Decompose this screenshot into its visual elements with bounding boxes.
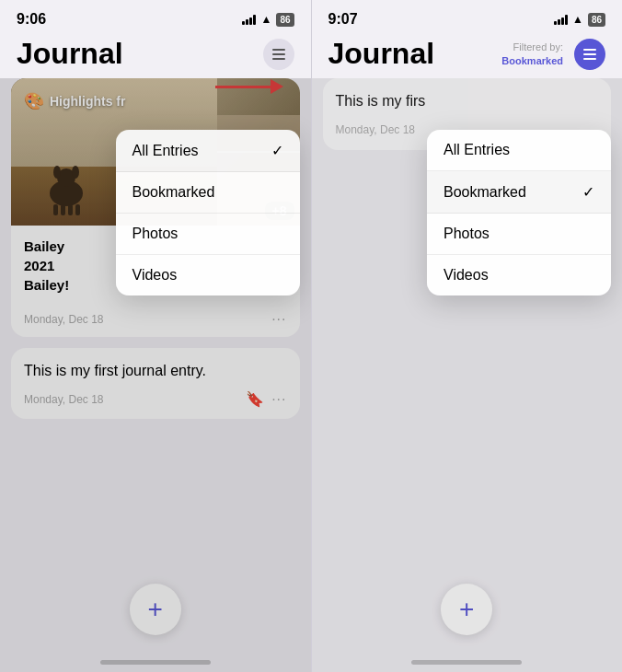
battery-left: 86 [276, 13, 294, 27]
filter-value-label: Bookmarked [501, 54, 563, 67]
time-right: 9:07 [328, 11, 358, 28]
filter-info: Filtered by: Bookmarked [501, 41, 563, 67]
dropdown-item-bookmarked-right[interactable]: Bookmarked ✓ [427, 171, 611, 214]
bookmarked-label-left: Bookmarked [132, 184, 215, 201]
content-area-right: This is my firs Monday, Dec 18 All Entri… [312, 78, 623, 672]
dropdown-item-all-entries-left[interactable]: All Entries ✓ [116, 130, 300, 172]
status-bar-right: 9:07 ▲ 86 [312, 0, 623, 33]
right-phone-panel: 9:07 ▲ 86 Journal Filtered by: Bookmarke… [312, 0, 623, 672]
hamburger-icon-left [272, 49, 285, 60]
app-header-left: Journal [0, 33, 311, 78]
bookmarked-label-right: Bookmarked [443, 184, 526, 201]
app-header-right: Journal Filtered by: Bookmarked [312, 33, 623, 78]
hamburger-icon-right [583, 49, 596, 60]
dropdown-item-videos-right[interactable]: Videos [427, 255, 611, 295]
app-title-right: Journal [328, 37, 435, 71]
filter-by-label: Filtered by: [513, 41, 563, 53]
wifi-icon-right: ▲ [572, 13, 583, 26]
photos-label-right: Photos [443, 226, 490, 242]
app-title-left: Journal [17, 37, 123, 71]
videos-label-right: Videos [443, 267, 489, 284]
dropdown-item-bookmarked-left[interactable]: Bookmarked [116, 172, 300, 214]
photos-label-left: Photos [132, 226, 179, 242]
status-bar-left: 9:06 ▲ 86 [0, 0, 311, 33]
checkmark-right: ✓ [582, 183, 594, 201]
all-entries-label-left: All Entries [132, 143, 199, 159]
checkmark-left: ✓ [271, 142, 283, 159]
videos-label-left: Videos [132, 267, 178, 284]
all-entries-label-right: All Entries [443, 142, 510, 158]
dropdown-item-videos-left[interactable]: Videos [116, 255, 300, 295]
left-phone-panel: 9:06 ▲ 86 Journal 🎨 Highlights fr [0, 0, 311, 672]
battery-right: 86 [588, 13, 605, 27]
filter-menu-button-right[interactable] [574, 39, 605, 70]
dropdown-item-all-entries-right[interactable]: All Entries [427, 130, 611, 171]
time-left: 9:06 [17, 11, 46, 28]
signal-icon-right [554, 14, 568, 25]
dropdown-menu-right: All Entries Bookmarked ✓ Photos Videos [427, 130, 611, 295]
dropdown-item-photos-right[interactable]: Photos [427, 214, 611, 255]
content-area-left: 🎨 Highlights fr [0, 78, 311, 672]
status-icons-left: ▲ 86 [242, 13, 294, 27]
filter-menu-button-left[interactable] [263, 39, 294, 70]
dropdown-item-photos-left[interactable]: Photos [116, 214, 300, 255]
signal-icon-left [242, 14, 256, 25]
status-icons-right: ▲ 86 [554, 13, 605, 27]
dropdown-menu-left: All Entries ✓ Bookmarked Photos Videos [116, 130, 300, 295]
wifi-icon-left: ▲ [260, 13, 271, 26]
